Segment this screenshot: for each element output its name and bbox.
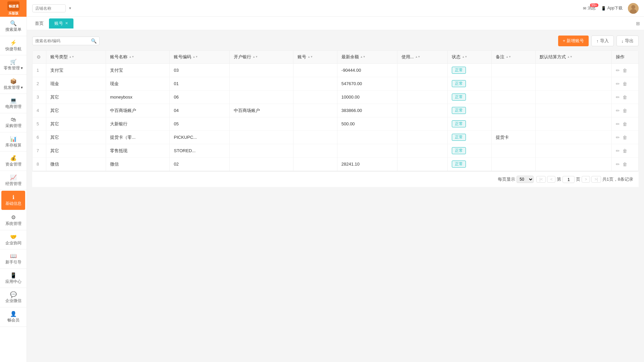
sidebar-item-3[interactable]: 📦批发管理 ▾	[0, 75, 26, 94]
sidebar-item-10[interactable]: ⚙系统管理	[0, 211, 26, 230]
toolbar-right: + 新增账号 ↑ 导入 ↓ 导出	[558, 36, 639, 46]
content-area: 🔍 + 新增账号 ↑ 导入 ↓ 导出 ⚙ 账号类型▲▼	[27, 30, 644, 362]
message-button[interactable]: ✉ 消息 99+	[583, 5, 596, 11]
tab-account-close[interactable]: ✕	[65, 21, 68, 25]
page-next-button[interactable]: >	[582, 176, 590, 183]
per-page-select[interactable]: 50 100 200	[517, 176, 534, 183]
edit-icon-6[interactable]: ✏	[616, 148, 620, 154]
page-nav: |< < 第 页 > >| 共1页，8条记录	[536, 176, 633, 183]
export-button[interactable]: ↓ 导出	[616, 36, 639, 46]
row-balance-0: -90444.00	[337, 64, 397, 77]
logo-icon: 畅捷通	[7, 1, 20, 11]
row-num-4: 5	[33, 117, 46, 131]
row-num-6: 7	[33, 144, 46, 158]
sidebar-item-1[interactable]: ⚡快捷导航	[0, 36, 26, 56]
row-account-5	[293, 131, 337, 144]
row-code-4: 05	[170, 117, 230, 131]
sidebar-label-8: 经营管理	[5, 181, 21, 187]
row-note-1	[492, 77, 536, 90]
page-input[interactable]	[562, 176, 575, 183]
app-download-button[interactable]: 📱 App下载	[601, 5, 623, 11]
edit-icon-3[interactable]: ✏	[616, 108, 620, 113]
delete-icon-3[interactable]: 🗑	[623, 108, 627, 113]
sidebar-item-4[interactable]: 💻电商管理	[0, 94, 26, 113]
sidebar-item-0[interactable]: 🔍搜索菜单	[0, 17, 26, 36]
row-settlement-3	[535, 104, 611, 117]
row-num-0: 1	[33, 64, 46, 77]
app-label: App下载	[607, 5, 623, 11]
sidebar-item-7[interactable]: 💰资金管理	[0, 152, 26, 171]
sidebar-item-15[interactable]: 👤畅会员	[0, 307, 26, 327]
row-settlement-2	[535, 90, 611, 104]
delete-icon-4[interactable]: 🗑	[623, 121, 627, 127]
row-note-3	[492, 104, 536, 117]
sidebar-item-13[interactable]: 📱应用中心	[0, 269, 26, 288]
delete-icon-2[interactable]: 🗑	[623, 95, 627, 100]
page-first-button[interactable]: |<	[536, 176, 546, 183]
sidebar-item-14[interactable]: 💬企业微信	[0, 288, 26, 307]
sidebar-item-5[interactable]: 🛍采购管理	[0, 113, 26, 132]
row-settlement-1	[535, 77, 611, 90]
table-row: 7 其它 零售抵现 STORED... 正常 ✏ 🗑	[33, 144, 638, 158]
th-code[interactable]: 账号编码▲▼	[170, 51, 230, 64]
row-type-2: 其它	[46, 90, 106, 104]
row-usage-4	[397, 117, 448, 131]
th-balance[interactable]: 最新余额▲▼	[337, 51, 397, 64]
row-code-1: 01	[170, 77, 230, 90]
sidebar-label-7: 资金管理	[5, 162, 21, 167]
sidebar-item-9[interactable]: ℹ基础信息	[1, 191, 25, 210]
account-table: ⚙ 账号类型▲▼ 账号名称▲▼ 账号编码▲▼ 开户银行▲▼ 账号▲▼ 最新余额▲…	[33, 51, 638, 171]
row-settlement-0	[535, 64, 611, 77]
row-account-3	[293, 104, 337, 117]
sidebar-item-2[interactable]: 🛒零售管理 ▾	[0, 55, 26, 75]
sidebar-item-8[interactable]: 📈经营管理	[0, 171, 26, 190]
row-balance-6	[337, 144, 397, 158]
th-account[interactable]: 账号▲▼	[293, 51, 337, 64]
edit-icon-7[interactable]: ✏	[616, 162, 620, 167]
sidebar-label-12: 新手引导	[5, 260, 21, 265]
page-last-button[interactable]: >|	[591, 176, 601, 183]
add-account-button[interactable]: + 新增账号	[558, 36, 589, 46]
edit-icon-1[interactable]: ✏	[616, 81, 620, 86]
import-button[interactable]: ↑ 导入	[591, 36, 614, 46]
delete-icon-7[interactable]: 🗑	[623, 162, 627, 167]
tab-expand-icon[interactable]: ⊞	[635, 19, 641, 27]
page-prev-button[interactable]: <	[547, 176, 555, 183]
th-type[interactable]: 账号类型▲▼	[46, 51, 106, 64]
delete-icon-5[interactable]: 🗑	[623, 135, 627, 140]
table-row: 6 其它 提货卡（零... PICKUPC... 正常 提货卡 ✏ 🗑	[33, 131, 638, 144]
th-usage[interactable]: 使用...▲▼	[397, 51, 448, 64]
th-name[interactable]: 账号名称▲▼	[106, 51, 170, 64]
delete-icon-1[interactable]: 🗑	[623, 81, 627, 86]
th-bank[interactable]: 开户银行▲▼	[230, 51, 293, 64]
tab-account[interactable]: 账号 ✕	[49, 18, 73, 28]
sidebar-item-6[interactable]: 📊库存核算	[0, 132, 26, 152]
user-avatar[interactable]	[628, 3, 639, 14]
row-usage-1	[397, 77, 448, 90]
sidebar-item-11[interactable]: 🤝企业协同	[0, 230, 26, 250]
row-type-7: 微信	[46, 158, 106, 171]
edit-icon-2[interactable]: ✏	[616, 95, 620, 100]
store-search-input[interactable]	[32, 4, 66, 12]
store-dropdown-arrow[interactable]: ▼	[68, 6, 72, 10]
search-input[interactable]	[35, 39, 89, 43]
search-icon[interactable]: 🔍	[91, 38, 97, 44]
pagination: 每页显示 50 100 200 |< < 第 页 > >| 共1页，8条记录	[32, 171, 639, 187]
edit-icon-5[interactable]: ✏	[616, 135, 620, 140]
row-actions-4: ✏ 🗑	[611, 117, 638, 131]
delete-icon-0[interactable]: 🗑	[623, 68, 627, 73]
th-note[interactable]: 备注▲▼	[492, 51, 536, 64]
sidebar-icon-7: 💰	[10, 155, 17, 161]
th-actions: 操作	[611, 51, 638, 64]
tab-home[interactable]: 首页	[30, 18, 49, 28]
sidebar-item-12[interactable]: 📖新手引导	[0, 249, 26, 269]
edit-icon-0[interactable]: ✏	[616, 68, 620, 73]
export-icon: ↓	[622, 39, 624, 44]
th-settlement[interactable]: 默认结算方式▲▼	[535, 51, 611, 64]
delete-icon-6[interactable]: 🗑	[623, 148, 627, 154]
th-settings[interactable]: ⚙	[33, 51, 46, 64]
th-status[interactable]: 状态▲▼	[448, 51, 492, 64]
sidebar-label-13: 应用中心	[5, 279, 21, 285]
edit-icon-4[interactable]: ✏	[616, 121, 620, 127]
row-bank-0	[230, 64, 293, 77]
